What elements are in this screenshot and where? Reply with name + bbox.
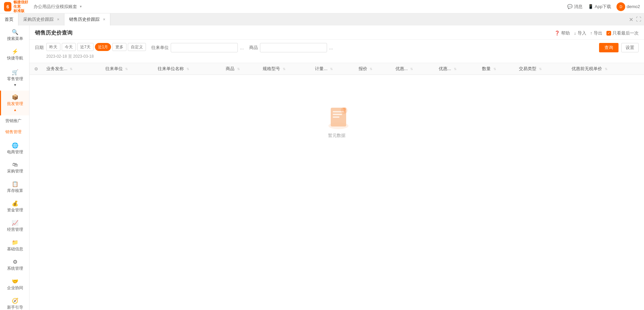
sidebar-item-sales-mgmt-label: 销售管理 — [5, 130, 21, 134]
th-biz-date: 业务发生... ⇅ — [43, 63, 102, 75]
empty-text: 暂元数据 — [328, 133, 345, 139]
app-download-btn[interactable]: 📱 App下载 — [588, 4, 611, 10]
purchase-icon: 🛍 — [12, 162, 18, 168]
sidebar-item-enterprise-collab[interactable]: 🤝 企业协同 — [0, 275, 29, 294]
partner-ellipsis-btn[interactable]: ... — [240, 45, 244, 50]
basic-info-icon: 📁 — [12, 239, 18, 246]
date-btn-today[interactable]: 今天 — [62, 43, 76, 51]
ecommerce-icon: 🌐 — [12, 142, 18, 149]
sort-arrows-unit[interactable]: ⇅ — [330, 67, 333, 71]
sidebar-item-purchase[interactable]: 🛍 采购管理 — [0, 158, 29, 177]
sidebar-item-wholesale-mgmt[interactable]: 📦 批发管理 ▴ — [0, 91, 29, 115]
svg-rect-4 — [333, 116, 339, 118]
tab-maximize-btn[interactable]: ⛶ — [636, 16, 641, 22]
sidebar-item-marketing[interactable]: 营销推广 — [0, 115, 29, 126]
th-discount1: 优惠... ⇅ — [392, 63, 435, 75]
date-btn-more[interactable]: 更多 — [112, 43, 126, 51]
sidebar-item-retail-label: 零售管理 — [7, 76, 23, 82]
sidebar-item-basic-info[interactable]: 📁 基础信息 — [0, 236, 29, 255]
th-gear: ⚙ — [30, 63, 43, 75]
sort-arrows-quoted-price[interactable]: ⇅ — [370, 67, 372, 71]
tab-close-all-btn[interactable]: ✕ — [629, 16, 633, 23]
goods-label: 商品 — [249, 45, 258, 51]
retail-icon: 🛒 — [12, 69, 18, 75]
sidebar-item-system-label: 系统管理 — [7, 266, 23, 271]
top-bar: 6 畅捷信好生意 标准版 办公用品行业模拟账套 ▾ 💬 消息 📱 App下载 D… — [0, 0, 644, 13]
sidebar-item-finance-label: 资金管理 — [7, 207, 23, 213]
help-icon: ❓ — [554, 31, 560, 36]
date-btn-custom[interactable]: 自定义 — [128, 43, 146, 51]
th-partner-name: 往来单位名称 ⇅ — [154, 63, 222, 75]
system-icon: ⚙ — [13, 259, 17, 265]
sort-arrows-goods[interactable]: ⇅ — [237, 67, 240, 71]
goods-input[interactable] — [260, 43, 327, 52]
sidebar-item-search-menu[interactable]: 🔍 搜索菜单 — [0, 25, 29, 45]
sort-arrows-discount2[interactable]: ⇅ — [454, 67, 457, 71]
user-avatar-btn[interactable]: D demo2 — [616, 2, 640, 11]
goods-filter-field: 商品 ... — [249, 43, 333, 52]
sidebar-item-quick-nav[interactable]: ⚡ 快捷导航 — [0, 45, 29, 64]
sidebar-item-retail-mgmt[interactable]: 🛒 零售管理 ▾ — [0, 66, 29, 91]
sidebar-item-wholesale-label: 批发管理 — [7, 101, 23, 107]
date-btn-yesterday[interactable]: 昨天 — [46, 43, 60, 51]
avatar: D — [616, 2, 625, 11]
inventory-icon: 📋 — [12, 181, 18, 187]
setting-btn[interactable]: 设置 — [621, 43, 639, 52]
tab-sales-close-btn[interactable]: × — [103, 17, 105, 22]
only-last-checkbox[interactable]: ✓ 只看最后一次 — [606, 30, 639, 36]
th-quoted-price: 报价 ⇅ — [355, 63, 392, 75]
partner-input[interactable] — [171, 43, 238, 52]
sidebar-item-system[interactable]: ⚙ 系统管理 — [0, 255, 29, 275]
help-btn[interactable]: ❓ 帮助 — [554, 30, 570, 36]
sidebar-item-ecommerce[interactable]: 🌐 电商管理 — [0, 139, 29, 158]
sort-arrows-quantity[interactable]: ⇅ — [493, 67, 496, 71]
goods-ellipsis-btn[interactable]: ... — [329, 45, 333, 50]
sidebar-item-newcomer-label: 新手引导 — [7, 305, 23, 310]
empty-state: ? 暂元数据 — [30, 75, 644, 165]
sidebar-item-marketing-label: 营销推广 — [5, 118, 21, 123]
tab-purchase-close-btn[interactable]: × — [57, 17, 59, 22]
sidebar-item-basic-info-label: 基础信息 — [7, 246, 23, 252]
date-btn-1month[interactable]: 近1月 — [95, 43, 111, 51]
sort-arrows-discount1[interactable]: ⇅ — [410, 67, 413, 71]
date-btn-7days[interactable]: 近7天 — [77, 43, 94, 51]
page-title: 销售历史价查询 — [35, 30, 72, 37]
page-header: 销售历史价查询 ❓ 帮助 ↓ 导入 ↑ 导出 ✓ 只看最后一次 — [30, 25, 644, 40]
sidebar-item-quick-nav-label: 快捷导航 — [7, 55, 23, 61]
export-btn[interactable]: ↑ 导出 — [590, 30, 603, 36]
date-range-display: 2023-02-18 至 2023-03-18 — [46, 54, 146, 59]
retail-expand-icon: ▾ — [14, 83, 16, 87]
data-table: ⚙ 业务发生... ⇅ 往来单位 ⇅ 往来单位名称 ⇅ — [30, 63, 644, 75]
tab-home[interactable]: 首页 — [0, 13, 18, 25]
sort-arrows-spec[interactable]: ⇅ — [283, 67, 285, 71]
sidebar-item-finance[interactable]: 💰 资金管理 — [0, 197, 29, 216]
message-btn[interactable]: 💬 消息 — [567, 4, 583, 10]
sort-arrows-pre-tax-price[interactable]: ⇅ — [605, 67, 607, 71]
sidebar-item-inventory[interactable]: 📋 库存核算 — [0, 177, 29, 197]
sort-arrows-partner-name[interactable]: ⇅ — [186, 67, 189, 71]
th-spec: 规格型号 ⇅ — [259, 63, 312, 75]
app-dropdown-arrow[interactable]: ▾ — [80, 4, 82, 9]
sort-arrows-biz-date[interactable]: ⇅ — [70, 67, 72, 71]
column-settings-icon[interactable]: ⚙ — [34, 66, 38, 71]
filter-bar: 日期 昨天 今天 近7天 近1月 更多 自定义 2023-02-18 至 202… — [30, 40, 644, 63]
tab-purchase-history[interactable]: 采购历史价跟踪 × — [18, 13, 64, 25]
top-bar-left: 6 畅捷信好生意 标准版 办公用品行业模拟账套 ▾ — [4, 0, 82, 13]
logo-icon: 6 — [4, 2, 11, 11]
quick-nav-icon: ⚡ — [12, 48, 18, 55]
filter-action-buttons: 查询 设置 — [599, 43, 639, 52]
sidebar-item-newcomer[interactable]: 🧭 新手引导 — [0, 294, 29, 310]
sidebar-item-operation[interactable]: 📈 经营管理 — [0, 216, 29, 236]
main-layout: 🔍 搜索菜单 ⚡ 快捷导航 🛒 零售管理 ▾ 📦 批发管理 ▴ 营销推广 销售管… — [0, 25, 644, 310]
import-btn[interactable]: ↓ 导入 — [574, 30, 586, 36]
sidebar-item-operation-label: 经营管理 — [7, 227, 23, 232]
tab-sales-history[interactable]: 销售历史价跟踪 × — [64, 13, 110, 25]
app-title: 办公用品行业模拟账套 — [34, 4, 77, 10]
th-quantity: 数量 ⇅ — [479, 63, 516, 75]
sort-arrows-partner-code[interactable]: ⇅ — [125, 67, 128, 71]
sidebar-item-sales-mgmt[interactable]: 销售管理 — [0, 126, 29, 138]
sort-arrows-trade-type[interactable]: ⇅ — [539, 67, 542, 71]
th-trade-type: 交易类型 ⇅ — [516, 63, 568, 75]
query-btn[interactable]: 查询 — [599, 43, 619, 52]
checkbox-checked-icon: ✓ — [606, 31, 611, 36]
